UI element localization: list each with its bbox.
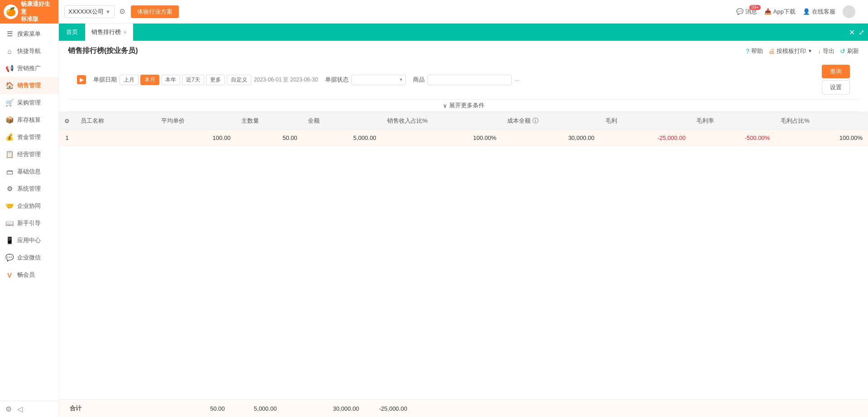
data-table: ⚙ 员工名称 平均单价 主数量 全额 销售收入占比% 成本全额 ⓘ 毛利 毛利率…	[59, 112, 868, 146]
company-selector[interactable]: XXXXXX公司 ▼	[64, 5, 115, 18]
status-select[interactable]	[351, 75, 406, 85]
topbar-right: 💬 消息 99+ 📥 App下载 👤 在线客服	[736, 5, 863, 18]
table-header: ⚙ 员工名称 平均单价 主数量 全额 销售收入占比% 成本全额 ⓘ 毛利 毛利率…	[59, 112, 868, 130]
prev-month-btn[interactable]: 上月	[120, 75, 139, 85]
sidebar-item-quick-nav[interactable]: ⌂ 快捷导航	[0, 43, 58, 60]
sidebar-item-inventory[interactable]: 📦 库存核算	[0, 111, 58, 129]
operation-icon: 📋	[5, 150, 14, 158]
refresh-button[interactable]: ↺ 刷新	[840, 47, 859, 55]
goods-more-icon[interactable]: ···	[514, 77, 519, 83]
menu-icon: ☰	[5, 30, 14, 38]
cell-cost: 30,000.00	[502, 130, 599, 146]
goods-input[interactable]	[427, 75, 512, 85]
sidebar-item-purchase[interactable]: 🛒 采购管理	[0, 94, 58, 111]
more-date-btn[interactable]: 更多	[206, 75, 225, 85]
date-range-text: 2023-06-01 至 2023-06-30	[254, 76, 318, 84]
support-icon: 👤	[803, 8, 810, 15]
sidebar-nav: ☰ 搜索菜单 ⌂ 快捷导航 📢 营销推广 🏠 销售管理 🛒 采购管理 📦 库存核…	[0, 24, 58, 401]
sidebar-item-enterprise-wechat[interactable]: 💬 企业微信	[0, 249, 58, 266]
page-title: 销售排行榜(按业务员)	[68, 46, 138, 56]
message-button[interactable]: 💬 消息 99+	[736, 8, 757, 16]
main-area: XXXXXX公司 ▼ ⚙ 体验行业方案 💬 消息 99+ 📥 App下载 👤 在…	[59, 0, 868, 417]
trial-button[interactable]: 体验行业方案	[131, 5, 179, 18]
member-icon: V	[5, 271, 14, 279]
sidebar-logo: 🍊 畅康通好生意 标准版	[0, 0, 58, 24]
sidebar-item-finance[interactable]: 💰 资金管理	[0, 129, 58, 146]
col-gross-profit: 毛利	[600, 112, 691, 130]
download-icon: 📥	[764, 8, 772, 15]
sidebar-item-operation[interactable]: 📋 经营管理	[0, 146, 58, 163]
custom-date-btn[interactable]: 自定义	[227, 75, 251, 85]
page-title-row: 销售排行榜(按业务员) ? 帮助 🖨 按模板打印 ▼ ↓ 导出	[68, 46, 859, 60]
sidebar-item-marketing[interactable]: 📢 营销推广	[0, 60, 58, 77]
date-filter-group: 单据日期 上月 本月 本年 近7天 更多 自定义 2023-06-01 至 20…	[93, 75, 318, 85]
message-icon: 💬	[736, 8, 743, 15]
sidebar-item-basic-info[interactable]: 🗃 基础信息	[0, 163, 58, 180]
print-button[interactable]: 🖨 按模板打印 ▼	[768, 47, 812, 55]
logo-icon: 🍊	[4, 5, 18, 19]
status-filter-label: 单据状态	[325, 76, 349, 84]
tab-sales-ranking[interactable]: 销售排行榜 ×	[85, 24, 133, 41]
marketing-icon: 📢	[5, 64, 14, 72]
table-area: ⚙ 员工名称 平均单价 主数量 全额 销售收入占比% 成本全额 ⓘ 毛利 毛利率…	[59, 112, 868, 399]
cell-employee	[75, 130, 156, 146]
company-chevron-icon: ▼	[106, 9, 110, 14]
date-filter-label: 单据日期	[93, 76, 117, 84]
refresh-icon: ↺	[840, 48, 845, 55]
page-actions: ? 帮助 🖨 按模板打印 ▼ ↓ 导出 ↺ 刷新	[746, 47, 859, 55]
last-7days-btn[interactable]: 近7天	[182, 75, 204, 85]
close-tab-icon[interactable]: ×	[124, 29, 126, 35]
current-month-btn[interactable]: 本月	[140, 75, 159, 85]
table-row: 1 100.00 50.00 5,000.00 100.00% 30,000.0…	[59, 130, 868, 146]
table-footer: 合计 50.00 5,000.00 30,000.00 -25,000.00	[59, 399, 868, 417]
sidebar-item-app-center[interactable]: 📱 应用中心	[0, 232, 58, 249]
footer-settings-icon[interactable]: ⚙	[5, 405, 12, 413]
cell-quantity: 50.00	[236, 130, 302, 146]
status-select-wrap	[351, 75, 406, 85]
status-filter-group: 单据状态	[325, 75, 406, 85]
cell-gross-rate: -500.00%	[691, 130, 775, 146]
this-year-btn[interactable]: 本年	[161, 75, 180, 85]
finance-icon: 💰	[5, 133, 14, 141]
inventory-icon: 📦	[5, 116, 14, 124]
sidebar-item-enterprise-collab[interactable]: 🤝 企业协同	[0, 197, 58, 215]
sidebar-item-search-order[interactable]: ☰ 搜索菜单	[0, 25, 58, 43]
col-avg-price: 平均单价	[156, 112, 236, 130]
close-window-button[interactable]: ✕	[849, 28, 855, 37]
guide-icon: 📖	[5, 219, 14, 227]
footer-quantity: 50.00	[205, 405, 230, 412]
col-settings[interactable]: ⚙	[59, 112, 75, 130]
app-download-button[interactable]: 📥 App下载	[764, 8, 796, 16]
help-icon: ?	[746, 48, 749, 55]
col-total: 全额	[302, 112, 381, 130]
settings-button[interactable]: 设置	[822, 80, 850, 95]
expand-chevron-icon: ∨	[443, 102, 447, 109]
cell-avg-price: 100.00	[156, 130, 236, 146]
print-icon: 🖨	[768, 48, 775, 55]
filter-toggle-button[interactable]: ▶	[77, 75, 86, 84]
sidebar-item-new-guide[interactable]: 📖 新手引导	[0, 215, 58, 232]
topbar: XXXXXX公司 ▼ ⚙ 体验行业方案 💬 消息 99+ 📥 App下载 👤 在…	[59, 0, 868, 24]
tab-home[interactable]: 首页	[59, 24, 85, 41]
page-content: 销售排行榜(按业务员) ? 帮助 🖨 按模板打印 ▼ ↓ 导出	[59, 41, 868, 417]
maximize-button[interactable]: ⤢	[858, 28, 864, 37]
sidebar-item-member[interactable]: V 畅会员	[0, 266, 58, 283]
avatar[interactable]	[843, 5, 855, 18]
help-button[interactable]: ? 帮助	[746, 47, 763, 55]
topbar-settings-icon[interactable]: ⚙	[119, 7, 125, 16]
expand-button[interactable]: ∨ 展开更多条件	[443, 101, 484, 110]
date-buttons: 上月 本月 本年 近7天 更多 自定义	[120, 75, 251, 85]
query-button[interactable]: 查询	[822, 65, 850, 78]
cell-gross-ratio: 100.00%	[775, 130, 868, 146]
goods-filter-label: 商品	[413, 76, 425, 84]
export-button[interactable]: ↓ 导出	[818, 47, 834, 55]
sidebar-item-system[interactable]: ⚙ 系统管理	[0, 180, 58, 197]
basic-info-icon: 🗃	[5, 168, 14, 176]
home-icon: ⌂	[5, 48, 14, 55]
app-icon: 📱	[5, 236, 14, 244]
tab-controls: ✕ ⤢	[845, 28, 868, 37]
online-support-button[interactable]: 👤 在线客服	[803, 8, 835, 16]
footer-collapse-icon[interactable]: ◁	[17, 405, 23, 413]
sidebar-item-sales[interactable]: 🏠 销售管理	[0, 77, 58, 94]
tabbar: 首页 销售排行榜 × ✕ ⤢	[59, 24, 868, 41]
